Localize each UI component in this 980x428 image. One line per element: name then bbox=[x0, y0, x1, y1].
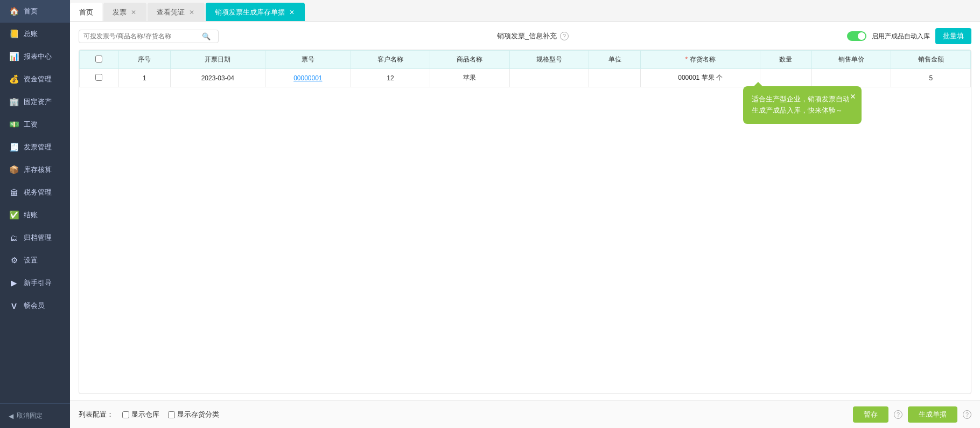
member-icon: V bbox=[9, 301, 19, 310]
sidebar-item-inventory[interactable]: 📦 库存核算 bbox=[0, 158, 70, 181]
sidebar-item-member[interactable]: V 畅会员 bbox=[0, 294, 70, 317]
search-icon[interactable]: 🔍 bbox=[202, 32, 211, 40]
sidebar-item-ledger[interactable]: 📒 总账 bbox=[0, 23, 70, 45]
tax-icon: 🏛 bbox=[9, 188, 19, 197]
tab-invoice[interactable]: 发票 ✕ bbox=[103, 3, 146, 21]
search-box[interactable]: 🔍 bbox=[79, 30, 219, 43]
toggle-switch[interactable] bbox=[847, 31, 866, 41]
tab-bar: 首页 发票 ✕ 查看凭证 ✕ 销项发票生成库存单据 ✕ bbox=[70, 0, 980, 22]
toggle-label: 启用产成品自动入库 bbox=[872, 32, 930, 41]
th-open-date: 开票日期 bbox=[170, 51, 265, 69]
th-customer: 客户名称 bbox=[351, 51, 430, 69]
toolbar: 🔍 销项发票_信息补充 ? 启用产成品自动入库 批量填 bbox=[79, 28, 971, 44]
toggle-slider bbox=[847, 31, 866, 41]
cell-product-name: 苹果 bbox=[430, 69, 509, 87]
funds-icon: 💰 bbox=[9, 74, 19, 84]
fixed-assets-icon: 🏢 bbox=[9, 97, 19, 107]
sidebar-item-reports[interactable]: 📊 报表中心 bbox=[0, 45, 70, 68]
sidebar-item-funds[interactable]: 💰 资金管理 bbox=[0, 68, 70, 91]
list-config-label: 列表配置： bbox=[79, 410, 114, 419]
toolbar-right: 启用产成品自动入库 批量填 bbox=[847, 28, 971, 44]
sidebar-item-label: 税务管理 bbox=[24, 188, 52, 197]
sidebar-item-label: 固定资产 bbox=[24, 97, 52, 107]
sidebar-item-label: 首页 bbox=[24, 6, 38, 16]
sidebar-item-settle[interactable]: ✅ 结账 bbox=[0, 204, 70, 226]
ticket-no-link[interactable]: 00000001 bbox=[293, 74, 322, 82]
settle-icon: ✅ bbox=[9, 210, 19, 220]
th-inventory-name: * 存货名称 bbox=[641, 51, 760, 69]
sidebar-item-label: 畅会员 bbox=[24, 301, 45, 310]
sidebar: 🏠 首页 📒 总账 📊 报表中心 💰 资金管理 🏢 固定资产 💵 工资 🧾 发票… bbox=[0, 0, 70, 428]
tooltip-popup: ✕ 适合生产型企业，销项发票自动生成产成品入库，快来体验～ bbox=[743, 86, 862, 124]
main-title-area: 销项发票_信息补充 ? bbox=[497, 31, 569, 41]
tab-cancel-invoice[interactable]: 销项发票生成库存单据 ✕ bbox=[206, 3, 305, 21]
sidebar-item-archive[interactable]: 🗂 归档管理 bbox=[0, 226, 70, 249]
home-icon: 🏠 bbox=[9, 6, 19, 16]
cell-checkbox bbox=[80, 69, 119, 87]
cell-amount: 5 bbox=[891, 69, 971, 87]
tab-home[interactable]: 首页 bbox=[70, 3, 102, 21]
th-checkbox bbox=[80, 51, 119, 69]
tooltip-bar bbox=[741, 97, 743, 113]
th-ticket-no: 票号 bbox=[265, 51, 351, 69]
guide-icon: ▶ bbox=[9, 278, 19, 288]
sidebar-item-label: 报表中心 bbox=[24, 52, 52, 61]
sidebar-item-settings[interactable]: ⚙ 设置 bbox=[0, 249, 70, 272]
tooltip-text: 适合生产型企业，销项发票自动生成产成品入库，快来体验～ bbox=[752, 95, 850, 114]
save-button[interactable]: 暂存 bbox=[853, 406, 888, 423]
search-input[interactable] bbox=[83, 32, 202, 40]
sidebar-item-tax[interactable]: 🏛 税务管理 bbox=[0, 181, 70, 204]
show-warehouse-group: 显示仓库 bbox=[122, 410, 159, 419]
unfix-button[interactable]: ◀ 取消固定 bbox=[0, 408, 70, 424]
sidebar-bottom: ◀ 取消固定 bbox=[0, 403, 70, 428]
unfix-label: 取消固定 bbox=[17, 411, 43, 420]
generate-help-icon[interactable]: ? bbox=[963, 410, 971, 419]
th-unit: 单位 bbox=[589, 51, 641, 69]
cell-unit bbox=[589, 69, 641, 87]
reports-icon: 📊 bbox=[9, 52, 19, 61]
cell-open-date: 2023-03-04 bbox=[170, 69, 265, 87]
tab-view-voucher-close[interactable]: ✕ bbox=[188, 9, 195, 16]
sidebar-item-guide[interactable]: ▶ 新手引导 bbox=[0, 272, 70, 294]
th-unit-price: 销售单价 bbox=[812, 51, 891, 69]
row-checkbox[interactable] bbox=[95, 74, 102, 81]
ledger-icon: 📒 bbox=[9, 29, 19, 39]
show-inventory-category-checkbox[interactable] bbox=[168, 411, 175, 418]
info-icon[interactable]: ? bbox=[560, 32, 569, 40]
show-warehouse-checkbox[interactable] bbox=[122, 411, 129, 418]
table-row: 1 2023-03-04 00000001 12 苹果 000001 苹果 个 … bbox=[80, 69, 971, 87]
settings-icon: ⚙ bbox=[9, 256, 19, 265]
tab-invoice-close[interactable]: ✕ bbox=[130, 9, 137, 16]
th-amount: 销售金额 bbox=[891, 51, 971, 69]
cell-spec bbox=[509, 69, 589, 87]
tab-view-voucher[interactable]: 查看凭证 ✕ bbox=[148, 3, 205, 21]
bottom-bar-actions: 暂存 ? 生成单据 ? bbox=[853, 406, 971, 423]
sidebar-item-fixed-assets[interactable]: 🏢 固定资产 bbox=[0, 91, 70, 113]
show-inventory-category-group: 显示存货分类 bbox=[168, 410, 219, 419]
th-seq: 序号 bbox=[118, 51, 170, 69]
inventory-icon: 📦 bbox=[9, 165, 19, 175]
batch-fill-button[interactable]: 批量填 bbox=[935, 28, 971, 44]
sidebar-item-label: 设置 bbox=[24, 256, 38, 265]
tab-cancel-invoice-close[interactable]: ✕ bbox=[288, 9, 296, 16]
sidebar-item-label: 归档管理 bbox=[24, 233, 52, 243]
show-warehouse-label: 显示仓库 bbox=[131, 410, 159, 419]
sidebar-item-invoice-mgmt[interactable]: 🧾 发票管理 bbox=[0, 136, 70, 158]
cell-inventory-name: 000001 苹果 个 bbox=[641, 69, 760, 87]
cell-unit-price bbox=[812, 69, 891, 87]
sidebar-item-label: 总账 bbox=[24, 29, 38, 39]
select-all-checkbox[interactable] bbox=[95, 56, 102, 63]
sidebar-item-label: 工资 bbox=[24, 120, 38, 129]
save-help-icon[interactable]: ? bbox=[894, 410, 902, 419]
generate-button[interactable]: 生成单据 bbox=[908, 406, 957, 423]
tab-cancel-invoice-label: 销项发票生成库存单据 bbox=[215, 8, 285, 17]
sidebar-item-label: 库存核算 bbox=[24, 165, 52, 175]
tooltip-close[interactable]: ✕ bbox=[850, 91, 856, 102]
sidebar-item-home[interactable]: 🏠 首页 bbox=[0, 0, 70, 23]
cell-qty bbox=[760, 69, 811, 87]
sidebar-item-label: 资金管理 bbox=[24, 74, 52, 84]
salary-icon: 💵 bbox=[9, 120, 19, 129]
sidebar-item-salary[interactable]: 💵 工资 bbox=[0, 113, 70, 136]
th-spec: 规格型号 bbox=[509, 51, 589, 69]
cell-ticket-no: 00000001 bbox=[265, 69, 351, 87]
